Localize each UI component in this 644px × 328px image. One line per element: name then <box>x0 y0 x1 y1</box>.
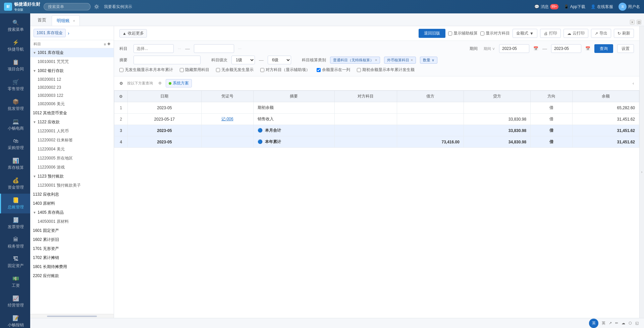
sidebar-item-wholesale[interactable]: 📦 批发管理 <box>0 95 30 115</box>
tab-detail[interactable]: 明细账 × <box>52 15 80 26</box>
status-tool-4[interactable]: ☁ <box>622 321 625 325</box>
tree-item-1403[interactable]: 1403 原材料 <box>30 199 114 208</box>
checkbox-balance-one-col-input[interactable] <box>317 68 321 72</box>
right-panel-toggle[interactable]: › <box>639 26 644 318</box>
checkbox-opening-balance[interactable]: 期初余额显示本年累计发生额 <box>357 67 415 73</box>
status-tool-1[interactable]: 英 <box>602 321 605 326</box>
tree-item-11230001[interactable]: 11230001 预付账款美子 <box>30 181 114 190</box>
online-service-btn[interactable]: 👤 在线客服 <box>591 4 613 10</box>
refresh-btn[interactable]: ↻ 刷新 <box>614 29 634 38</box>
sidebar-item-funds[interactable]: 💰 资金管理 <box>0 174 30 194</box>
checkbox-opening-balance-input[interactable] <box>357 68 361 72</box>
query-system-scheme-btn[interactable]: 系统方案 <box>166 79 192 87</box>
win-close-btn[interactable]: × <box>630 20 635 24</box>
message-btn[interactable]: 💬 消息 99+ <box>534 4 558 10</box>
checkbox-hide-disabled-input[interactable] <box>180 68 184 72</box>
subject-input-2[interactable] <box>194 44 234 53</box>
tree-item-11220001[interactable]: 11220001 人民币 <box>30 127 114 136</box>
filter-settings-icon[interactable]: ⚙ <box>158 81 162 85</box>
demo-link[interactable]: 我要看实例演示 <box>104 4 132 10</box>
checkbox-opposite-subject[interactable]: 对方科目（显示辅助项） <box>260 67 310 73</box>
print-btn[interactable]: 🖨 打印 <box>540 29 561 38</box>
row-voucher-2[interactable]: 记-006 <box>201 114 253 125</box>
collapse-btn[interactable]: ▲ 收起更多 <box>119 29 147 38</box>
account-breadcrumb[interactable]: 1001 库存现金 <box>34 29 66 37</box>
list-view-icon[interactable]: ≡ <box>104 42 106 46</box>
tree-item-1123[interactable]: ▼1123 预付账款 <box>30 172 114 181</box>
status-tool-5[interactable]: ⬡ <box>629 321 632 325</box>
tree-item-11220006[interactable]: 11220006 游戏 <box>30 163 114 172</box>
user-avatar[interactable]: 英 用户名 <box>619 3 640 11</box>
tree-item-1702[interactable]: 1702 累计摊销 <box>30 253 114 262</box>
sidebar-item-project[interactable]: 📋 项目合同 <box>0 56 30 75</box>
tag1-close-icon[interactable]: × <box>375 58 377 62</box>
tree-item-10010001[interactable]: 10010001 咒咒咒 <box>30 57 114 66</box>
sidebar-item-purchase[interactable]: 🛍 采购管理 <box>0 135 30 154</box>
tree-item-11220002[interactable]: 11220002 往来标签 <box>30 136 114 145</box>
search-btn[interactable]: 查询 <box>594 44 613 53</box>
checkbox-no-amount-input[interactable] <box>119 68 123 72</box>
tree-item-11220004[interactable]: 11220004 美元 <box>30 145 114 154</box>
tree-item-1012[interactable]: 1012 其他货币资金 <box>30 109 114 118</box>
checkbox-no-amount[interactable]: 无发生额显示本月本年累计 <box>119 67 173 73</box>
sidebar-item-invoice[interactable]: 🧾 发票管理 <box>0 213 30 233</box>
period-end-input[interactable] <box>551 44 581 53</box>
add-account-icon[interactable]: ✚ <box>107 42 110 46</box>
status-tool-6[interactable]: ◱ <box>635 321 639 325</box>
level-start-select[interactable]: 1级2级3级 <box>231 56 255 64</box>
tab-close-icon[interactable]: × <box>73 19 75 23</box>
checkbox-no-balance-input[interactable] <box>216 68 220 72</box>
sidebar-item-payroll[interactable]: 💵 工资 <box>0 272 30 292</box>
filter-tag-3[interactable]: 数量 ∨ <box>420 57 437 64</box>
currency-format-btn[interactable]: 金额式 ▼ <box>513 29 537 38</box>
tree-item-10020001[interactable]: 10020001 12 <box>30 75 114 83</box>
sidebar-item-fixedasset[interactable]: 🏗 固定资产 <box>0 253 30 272</box>
account-panel-scrollbar[interactable] <box>30 314 114 318</box>
sidebar-item-retail[interactable]: 🛒 零售管理 <box>0 75 30 95</box>
show-auxiliary-check[interactable] <box>448 31 452 36</box>
show-auxiliary-checkbox[interactable]: 显示辅助核算 <box>448 30 478 36</box>
tree-item-10020002[interactable]: 10020002 23 <box>30 83 114 91</box>
tree-item-10020003[interactable]: 10020003 122 <box>30 91 114 100</box>
filter-tag-2[interactable]: 外币核算科目 × <box>384 57 416 64</box>
data-table-wrapper[interactable]: ⚙ 日期 凭证号 摘要 对方科目 借方 贷方 方向 余额 <box>114 90 639 318</box>
filter-tag-1[interactable]: 普通科目（无特殊核算） × <box>330 57 380 64</box>
sidebar-item-expenses[interactable]: 📝 小畅报销 <box>0 312 30 328</box>
subject-input[interactable] <box>133 44 174 53</box>
checkbox-balance-one-col[interactable]: 余额显示在一列 <box>317 67 350 73</box>
lang-btn[interactable]: 英 <box>589 319 598 328</box>
return-old-btn[interactable]: 退回旧版 <box>419 29 445 38</box>
status-tool-2[interactable]: ↗ <box>609 321 612 325</box>
summary-input[interactable] <box>133 56 201 64</box>
filter-settings-btn[interactable]: 设置 <box>617 44 634 53</box>
sidebar-item-tax[interactable]: 🏛 税务管理 <box>0 233 30 253</box>
checkbox-hide-disabled[interactable]: 隐藏禁用科目 <box>180 67 209 73</box>
status-tool-3[interactable]: ✏ <box>615 321 618 325</box>
show-opposite-checkbox[interactable]: 显示对方科目 <box>480 30 510 36</box>
search-input[interactable] <box>44 3 91 10</box>
sidebar-item-ledger[interactable]: 📒 总账管理 <box>0 194 30 213</box>
tab-home[interactable]: 首页 <box>33 14 51 26</box>
export-btn[interactable]: ↗ 导出 <box>591 29 611 38</box>
cloud-print-btn[interactable]: ☁ 云打印 <box>564 29 588 38</box>
show-opposite-check[interactable] <box>480 31 484 36</box>
period-start-input[interactable] <box>499 44 529 53</box>
table-header-gear[interactable]: ⚙ <box>114 91 128 102</box>
breadcrumb-arrow-icon[interactable]: › <box>68 30 69 36</box>
tree-item-1002[interactable]: ▼1002 银行存款 <box>30 66 114 75</box>
panel-collapse-left-icon[interactable]: ‹ <box>633 81 634 86</box>
level-end-select[interactable]: 6级2级3级 <box>268 56 291 64</box>
checkbox-opposite-input[interactable] <box>260 68 264 72</box>
tree-item-1601[interactable]: 1601 固定资产 <box>30 226 114 235</box>
tree-item-1701[interactable]: 1701 无形资产 <box>30 244 114 253</box>
sidebar-item-ecommerce[interactable]: 💻 小畅电商 <box>0 115 30 135</box>
sidebar-item-quicknav[interactable]: ⚡ 快捷导航 <box>0 36 30 56</box>
tree-item-1132[interactable]: 1132 应收利息 <box>30 190 114 199</box>
tree-item-1602[interactable]: 1602 累计折旧 <box>30 235 114 244</box>
win-minimize-btn[interactable]: ⊡ <box>637 20 641 24</box>
sidebar-item-operations[interactable]: 📈 经营管理 <box>0 292 30 312</box>
sidebar-item-search[interactable]: 🔍 搜索菜单 <box>0 16 30 36</box>
tag2-close-icon[interactable]: × <box>411 58 413 62</box>
tree-item-2202[interactable]: 2202 应付账款 <box>30 271 114 280</box>
sidebar-item-inventory[interactable]: 📊 库存核算 <box>0 154 30 174</box>
